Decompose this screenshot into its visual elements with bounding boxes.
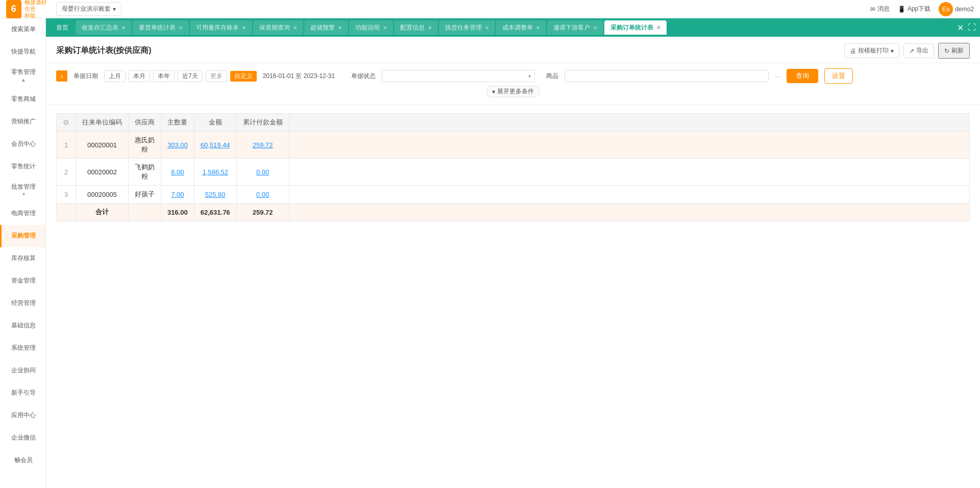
tab-overstock-warning[interactable]: 超储预警 ✕	[304, 20, 348, 35]
this-month-btn[interactable]: 本月	[129, 70, 150, 82]
logo-char: 6	[11, 4, 16, 14]
data-table: ⚙ 往来单位编码 供应商 主数量 金额 累计付款金额	[56, 113, 970, 221]
gear-icon[interactable]: ⚙	[63, 118, 69, 126]
row-quantity-2[interactable]: 7.00	[161, 186, 194, 203]
tab-close-icon[interactable]: ✕	[485, 25, 489, 31]
main-layout: 搜索菜单 快捷导航 零售管理 ▲ 零售商城 营销推广 会员中心 零售统计 批	[0, 18, 980, 488]
row-num-2: 3	[57, 186, 76, 203]
top-bar-right: ✉ 消息 📱 App下载 Ea demo2	[870, 2, 974, 16]
expand-more-btn[interactable]: ▾ 展开更多条件	[486, 86, 540, 97]
export-button[interactable]: ↗ 导出	[903, 43, 934, 58]
top-bar: 6 畅捷通好生意 标版 母婴行业演示账套 ▾ ✉ 消息 📱 App下载 Ea	[0, 0, 980, 18]
sidebar-item-retail-mgmt[interactable]: 零售管理 ▲	[0, 63, 45, 88]
sidebar-item-base-info[interactable]: 基础信息	[0, 315, 45, 337]
sidebar-item-newguide[interactable]: 新手引导	[0, 382, 45, 404]
tab-order-stats[interactable]: 要货单统计表 ✕	[133, 20, 189, 35]
tab-close-icon[interactable]: ✕	[428, 25, 432, 31]
row-amount-0[interactable]: 60,519.44	[194, 132, 236, 159]
col-paid-header: 累计付款金额	[236, 114, 289, 132]
sidebar-item-member2[interactable]: 畅会员	[0, 449, 45, 472]
avatar: Ea	[939, 2, 953, 16]
last-month-btn[interactable]: 上月	[104, 70, 126, 82]
sidebar-item-ecommerce[interactable]: 电商管理	[0, 202, 45, 225]
export-icon: ↗	[909, 47, 914, 55]
status-select[interactable]	[382, 70, 535, 82]
settings-button[interactable]: 设置	[824, 68, 853, 84]
tab-expiry-query[interactable]: 保质期查询 ✕	[253, 20, 303, 35]
tab-config[interactable]: 配置信息 ✕	[394, 20, 438, 35]
sidebar-item-search[interactable]: 搜索菜单	[0, 18, 45, 41]
table-header-row: ⚙ 往来单位编码 供应商 主数量 金额 累计付款金额	[57, 114, 970, 132]
tab-close-icon[interactable]: ✕	[593, 25, 597, 31]
app-download-btn[interactable]: 📱 App下载	[898, 5, 930, 13]
workspace-selector[interactable]: 母婴行业演示账套 ▾	[56, 2, 121, 16]
sidebar-item-appstore[interactable]: 应用中心	[0, 404, 45, 427]
sidebar-item-wechat[interactable]: 企业微信	[0, 427, 45, 449]
goods-input[interactable]	[565, 70, 769, 82]
this-year-btn[interactable]: 本年	[153, 70, 175, 82]
chevron-icon: ▲	[21, 76, 26, 83]
tab-function-desc[interactable]: 功能说明 ✕	[349, 20, 393, 35]
tab-close-icon[interactable]: ✕	[536, 25, 540, 31]
filter-toggle-btn[interactable]: ›	[56, 70, 67, 82]
chevron-down-icon: ▾	[113, 6, 116, 13]
sidebar-item-member[interactable]: 会员中心	[0, 133, 45, 156]
sidebar-item-finance[interactable]: 资金管理	[0, 270, 45, 292]
page-content: 采购订单统计表(按供应商) 🖨 按模板打印 ▾ ↗ 导出 ↻	[46, 37, 980, 488]
tab-bar-end: ✕ ⛶	[957, 23, 976, 33]
tab-close-active-icon[interactable]: ✕	[656, 25, 660, 31]
tab-home[interactable]: 首页	[50, 20, 75, 35]
maximize-icon[interactable]: ⛶	[968, 23, 976, 32]
7days-btn[interactable]: 近7天	[178, 70, 203, 82]
tab-cost-adjust[interactable]: 成本调整单 ✕	[496, 20, 546, 35]
workspace-name: 母婴行业演示账套	[62, 5, 111, 13]
more-date-btn[interactable]: 更多	[206, 70, 227, 82]
table-row: 2 00020002 飞鹤奶粉 6.00 1,586.52 0.00	[57, 159, 970, 186]
refresh-button[interactable]: ↻ 刷新	[938, 43, 970, 59]
sidebar-item-operations[interactable]: 经营管理	[0, 292, 45, 315]
date-quick-btns: 上月 本月 本年 近7天 更多 自定义	[104, 70, 257, 82]
query-button[interactable]: 查询	[787, 69, 818, 83]
tab-close-icon[interactable]: ✕	[242, 25, 246, 31]
date-range-display: 2016-01-01 至 2023-12-31	[263, 72, 335, 81]
tab-purchase-order-stats[interactable]: 采购订单统计表 ✕	[604, 20, 667, 35]
tab-close-icon[interactable]: ✕	[293, 25, 297, 31]
tab-available-inventory[interactable]: 可用量库存账本 ✕	[190, 20, 252, 35]
sidebar-item-quicknav[interactable]: 快捷导航	[0, 41, 45, 63]
row-paid-1[interactable]: 0.00	[236, 159, 289, 186]
tab-close-icon[interactable]: ✕	[121, 25, 126, 31]
sidebar-item-marketing[interactable]: 营销推广	[0, 111, 45, 133]
message-btn[interactable]: ✉ 消息	[870, 5, 890, 13]
row-supplier-0: 惠氏奶粉	[129, 132, 161, 159]
row-paid-2[interactable]: 0.00	[236, 186, 289, 203]
sidebar-item-inventory[interactable]: 库存核算	[0, 247, 45, 270]
goods-more-icon: ···	[775, 72, 780, 80]
tab-invite-downstream[interactable]: 邀请下游客户 ✕	[547, 20, 603, 35]
footer-empty-2	[129, 203, 161, 221]
tab-close-icon[interactable]: ✕	[383, 25, 387, 31]
row-amount-2[interactable]: 525.80	[194, 186, 236, 203]
sidebar-item-purchase[interactable]: 采购管理	[0, 225, 45, 247]
tab-close-icon[interactable]: ✕	[338, 25, 342, 31]
custom-date-badge: 自定义	[230, 71, 257, 82]
sidebar-item-retail-mall[interactable]: 零售商城	[0, 88, 45, 111]
sidebar-item-enterprise[interactable]: 企业协同	[0, 359, 45, 382]
col-extra	[289, 114, 969, 132]
sidebar-item-retail-stats[interactable]: 零售统计	[0, 156, 45, 178]
filter-expand-row: ▾ 展开更多条件	[56, 84, 970, 99]
user-profile[interactable]: Ea demo2	[939, 2, 974, 16]
col-quantity-header: 主数量	[161, 114, 194, 132]
print-button[interactable]: 🖨 按模板打印 ▾	[844, 43, 899, 58]
footer-paid: 259.72	[236, 203, 289, 221]
row-paid-0[interactable]: 259.72	[236, 132, 289, 159]
dropdown-arrow-icon: ▾	[891, 47, 894, 55]
tab-receive-send[interactable]: 收发存汇总表 ✕	[76, 20, 132, 35]
sidebar-item-wholesale[interactable]: 批发管理 ▾	[0, 178, 45, 203]
close-window-icon[interactable]: ✕	[957, 23, 964, 33]
row-quantity-1[interactable]: 6.00	[161, 159, 194, 186]
row-amount-1[interactable]: 1,586.52	[194, 159, 236, 186]
tab-close-icon[interactable]: ✕	[179, 25, 183, 31]
row-quantity-0[interactable]: 303.00	[161, 132, 194, 159]
sidebar-item-system[interactable]: 系统管理	[0, 337, 45, 359]
tab-picking-task[interactable]: 拣货任务管理 ✕	[439, 20, 495, 35]
